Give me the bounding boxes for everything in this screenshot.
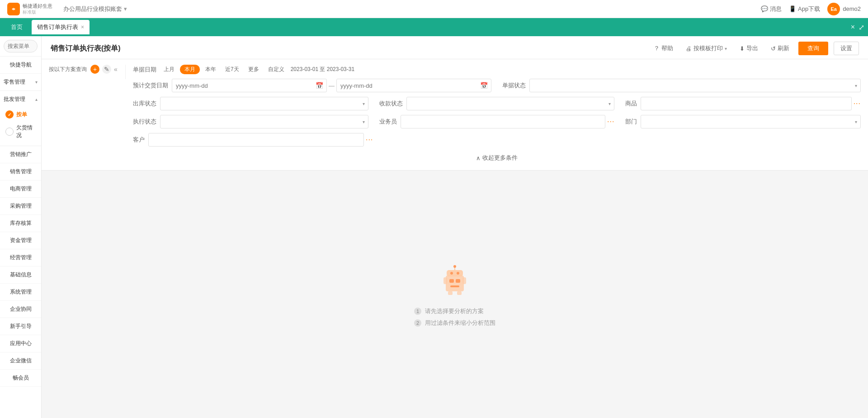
tab-sales-order[interactable]: 销售订单执行表 × [32,20,90,34]
scheme-collapse-button[interactable]: « [114,66,118,73]
filter-date: 单据日期 上月 本月 本年 近7天 更多 自定义 2023-03-01 至 20… [133,65,861,74]
export-button[interactable]: ⬇ 导出 [736,43,762,54]
scheme-add-button[interactable]: + [90,65,99,74]
sidebar-item-qiye[interactable]: 企业协同 [0,301,41,318]
top-bar-right: 💬 消息 📱 App下载 Ea demo2 [761,3,861,15]
svg-rect-3 [456,279,460,283]
sidebar-item-xiaoshou[interactable]: 销售管理 [0,163,41,180]
empty-tips: 1 请先选择要分析的方案 2 用过滤条件来缩小分析范围 [414,307,495,327]
date-to-input[interactable] [336,79,491,92]
svg-rect-6 [462,277,466,284]
sidebar-item-xinshou[interactable]: 新手引导 [0,318,41,335]
scheme-edit-button[interactable]: ✎ [102,65,111,74]
dept-select[interactable] [641,115,861,128]
date-btn-more[interactable]: 更多 [245,65,263,74]
svg-rect-9 [447,270,463,276]
refresh-icon: ↺ [771,45,776,52]
print-chevron-icon: ▾ [725,46,727,51]
sidebar-item-weixin[interactable]: 企业微信 [0,352,41,370]
mobile-icon: 📱 [789,5,796,12]
app-download-button[interactable]: 📱 App下载 [789,5,820,13]
exec-status-select[interactable] [160,115,368,128]
empty-tip-1: 1 请先选择要分析的方案 [414,307,495,315]
doc-status-select[interactable] [529,79,861,92]
goods-dots-button[interactable]: ··· [854,100,861,108]
date-range-expected: 📅 — 📅 [172,79,491,92]
scheme-actions: + ✎ « [90,65,118,74]
main-layout: 快捷导航 零售管理 ▾ 批发管理 ▴ ✓ 按单 欠货情况 [0,36,868,418]
refresh-button[interactable]: ↺ 刷新 [767,43,793,54]
sidebar-item-caigou[interactable]: 采购管理 [0,198,41,215]
payment-status-select[interactable] [406,97,615,110]
sidebar-item-kucun[interactable]: 库存核算 [0,215,41,232]
fullscreen-icon[interactable]: ⤢ [859,23,864,32]
sidebar: 快捷导航 零售管理 ▾ 批发管理 ▴ ✓ 按单 欠货情况 [0,36,42,418]
sidebar-item-yingxiao[interactable]: 营销推广 [0,146,41,163]
filter-area: 按以下方案查询 + ✎ « 单据日期 [42,59,868,171]
salesperson-dots-button[interactable]: ··· [607,118,614,126]
sidebar-item-jingying[interactable]: 经营管理 [0,249,41,266]
plan-query-section: ✓ 按单 欠货情况 [0,108,41,146]
filter-dept: 部门 ▾ [625,115,861,128]
sidebar-item-zijin[interactable]: 资金管理 [0,232,41,249]
query-button[interactable]: 查询 [798,42,828,55]
tab-close-icon[interactable]: × [81,24,84,30]
svg-rect-4 [450,285,459,287]
page-header: 销售订单执行表(按单) ？ 帮助 🖨 按模板打印 ▾ ⬇ 导出 ↺ 刷新 [42,36,868,59]
svg-point-13 [453,265,456,268]
breadcrumb-text: 办公用品行业模拟账套 [63,5,122,13]
svg-rect-5 [443,277,447,284]
customer-dots-button[interactable]: ··· [366,136,373,144]
page-actions: ？ 帮助 🖨 按模板打印 ▾ ⬇ 导出 ↺ 刷新 查询 设置 [650,42,859,55]
tab-bar: 首页 销售订单执行表 × × ⤢ [0,18,868,36]
dept-wrap: ▾ [641,115,861,128]
sidebar-item-huiyuan[interactable]: 畅会员 [0,370,41,387]
sidebar-item-lingshouguan[interactable]: 零售管理 ▾ [0,74,41,90]
sidebar-item-dianshang[interactable]: 电商管理 [0,180,41,198]
date-btn-this-month[interactable]: 本月 [180,65,200,74]
sidebar-item-xitong[interactable]: 系统管理 [0,284,41,301]
date-btn-custom[interactable]: 自定义 [264,65,288,74]
top-bar: 畅捷通好生意 标准版 办公用品行业模拟账套 ▾ 💬 消息 📱 App下载 Ea … [0,0,868,18]
sidebar-subitem-andan[interactable]: ✓ 按单 [2,108,39,121]
collapse-button[interactable]: ∧ 收起更多条件 [133,151,861,165]
search-input[interactable] [4,40,38,52]
sidebar-item-pifaguan[interactable]: 批发管理 ▴ [0,91,41,108]
print-button[interactable]: 🖨 按模板打印 ▾ [682,43,731,54]
logo-icon [7,3,20,15]
date-from-input[interactable] [172,79,327,92]
filter-payment-status: 收款状态 ▾ [379,97,615,110]
sidebar-item-jichu[interactable]: 基础信息 [0,266,41,284]
printer-icon: 🖨 [686,45,692,52]
content-area: 销售订单执行表(按单) ？ 帮助 🖨 按模板打印 ▾ ⬇ 导出 ↺ 刷新 [42,36,868,418]
sidebar-subitem-qianhuo[interactable]: 欠货情况 [2,121,39,142]
svg-rect-8 [457,291,462,295]
date-range-display: 2023-03-01 至 2023-03-31 [291,66,354,73]
active-indicator: ✓ [5,110,14,119]
customer-input[interactable] [148,133,364,147]
date-btn-last-month[interactable]: 上月 [160,65,178,74]
tab-home[interactable]: 首页 [4,20,30,34]
tip-num-2: 2 [414,319,421,327]
avatar: Ea [827,3,840,15]
user-menu-button[interactable]: Ea demo2 [827,3,861,15]
help-button[interactable]: ？ 帮助 [650,43,677,54]
filter-expected-date: 预计交货日期 📅 — 📅 [133,79,491,92]
date-btn-this-year[interactable]: 本年 [202,65,220,74]
salesperson-input[interactable] [401,115,605,128]
top-bar-left: 畅捷通好生意 标准版 办公用品行业模拟账套 ▾ [7,3,127,15]
settings-button[interactable]: 设置 [834,42,859,55]
inactive-indicator [5,128,14,136]
svg-point-10 [450,272,453,275]
tab-bar-right: × ⤢ [851,23,864,32]
date-btn-7days[interactable]: 近7天 [222,65,243,74]
delivery-status-select[interactable] [160,97,368,110]
calendar-to-icon: 📅 [480,82,488,89]
message-button[interactable]: 💬 消息 [761,5,782,13]
sidebar-group-lingshouguan: 零售管理 ▾ [0,74,41,91]
sidebar-item-yingyong[interactable]: 应用中心 [0,335,41,352]
sidebar-item-kuaijie[interactable]: 快捷导航 [0,57,41,74]
chevron-down-icon[interactable]: ▾ [124,5,127,12]
goods-input[interactable] [641,97,851,110]
close-window-icon[interactable]: × [851,23,855,31]
